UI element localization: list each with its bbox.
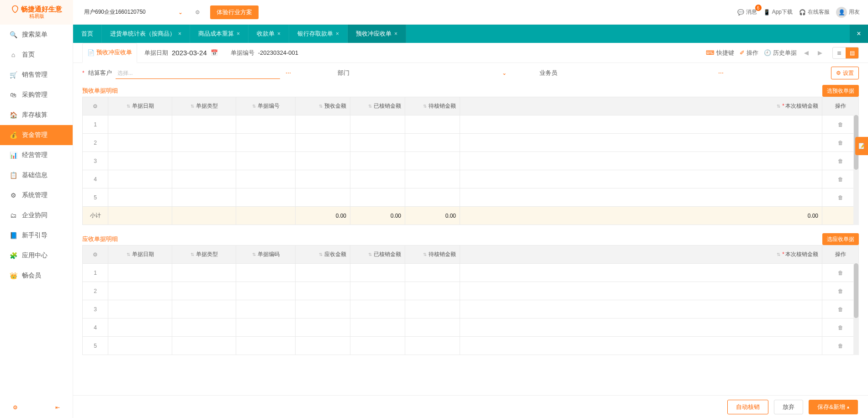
table-row[interactable]: 3🗑 [83,300,859,319]
dept-label: 部门 [338,69,349,77]
headset-icon: 🎧 [799,9,806,16]
col-writtenamt[interactable]: ⇅已核销金额 [350,97,405,115]
col-writtenamt[interactable]: ⇅已核销金额 [350,246,405,264]
sidebar-item-8[interactable]: ⚙系统管理 [0,185,73,205]
calendar-icon[interactable]: 📅 [211,49,218,56]
tab-close-icon[interactable]: × [394,31,397,37]
table-settings-icon[interactable]: ⚙ [83,97,108,115]
gear-icon: ⚙ [836,70,841,76]
message-icon: 💬 [737,9,744,16]
select-receivable-button[interactable]: 选应收单据 [822,233,859,245]
sidebar-item-1[interactable]: ⌂首页 [0,45,73,65]
table-row[interactable]: 2🗑 [83,282,859,300]
sidebar-item-3[interactable]: 🛍采购管理 [0,85,73,105]
table2-scrollbar[interactable] [853,263,859,355]
col-op: 操作 [822,246,859,264]
sidebar-item-6[interactable]: 📊经营管理 [0,145,73,165]
sidebar-item-9[interactable]: 🗂企业协同 [0,205,73,225]
sidebar-item-label: 企业协同 [22,211,48,219]
enterprise-select[interactable]: 用户690企业1660120750 ⌄ [80,6,190,19]
history-icon: 🕘 [764,49,771,56]
next-doc-arrow[interactable]: ▶ [816,49,824,56]
col-date[interactable]: ⇅单据日期 [108,97,172,115]
table-row[interactable]: 1🗑 [83,264,859,282]
col-thisamt[interactable]: ⇅*本次核销金额 [460,97,822,115]
tab-close-icon[interactable]: × [336,31,339,37]
sidebar-item-11[interactable]: 🧩应用中心 [0,246,73,266]
table1-scrollbar[interactable] [853,115,859,225]
tab-3[interactable]: 收款单× [249,25,289,43]
customer-more-icon[interactable]: ⋯ [284,70,293,76]
table-row[interactable]: 5🗑 [83,337,859,355]
operate-link[interactable]: ✐操作 [740,49,758,57]
table-settings-icon[interactable]: ⚙ [83,246,108,264]
table-row[interactable]: 1🗑 [83,115,859,134]
phone-icon: 📱 [763,9,770,16]
user-menu[interactable]: 👤 用友 [836,7,860,18]
tabs-close-all[interactable]: × [850,25,868,43]
tab-close-icon[interactable]: × [178,31,181,37]
sidebar-item-2[interactable]: 🛒销售管理 [0,65,73,85]
view-detail-icon[interactable]: ▤ [846,47,858,58]
history-link[interactable]: 🕘历史单据 [764,49,797,57]
sidebar-item-4[interactable]: 🏠库存核算 [0,105,73,125]
save-new-button[interactable]: 保存&新增▴ [809,400,858,414]
col-preamt[interactable]: ⇅预收金额 [296,97,350,115]
sidebar-item-7[interactable]: 📋基础信息 [0,165,73,185]
col-pendingamt[interactable]: ⇅待核销金额 [405,246,460,264]
online-cs-link[interactable]: 🎧 在线客服 [799,8,830,16]
right-side-tab[interactable]: 📝 [855,137,868,155]
doc-date-value[interactable]: 2023-03-24 [172,49,207,57]
tab-0[interactable]: 首页 [73,25,102,43]
col-thisamt[interactable]: ⇅*本次核销金额 [460,246,822,264]
sales-label: 业务员 [540,69,557,77]
col-code[interactable]: ⇅单据编号 [236,97,296,115]
tab-close-icon[interactable]: × [277,31,281,37]
table-row[interactable]: 4🗑 [83,170,859,188]
dept-select[interactable]: ⌄ [353,67,508,79]
col-type[interactable]: ⇅单据类型 [172,97,236,115]
select-prereceipt-button[interactable]: 选预收单据 [822,85,859,97]
table-row[interactable]: 3🗑 [83,152,859,170]
sidebar-item-label: 搜索菜单 [22,31,48,39]
logo-subtext: 精易版 [29,13,44,20]
col-date[interactable]: ⇅单据日期 [108,246,172,264]
auto-writeoff-button[interactable]: 自动核销 [727,400,768,414]
customer-label: 结算客户 [88,69,112,77]
sidebar-item-12[interactable]: 👑畅会员 [0,266,73,286]
sidebar-item-0[interactable]: 🔍搜索菜单 [0,25,73,45]
tab-1[interactable]: 进货单统计表（按商品）× [102,25,190,43]
table-row[interactable]: 2🗑 [83,134,859,152]
discard-button[interactable]: 放弃 [774,400,803,414]
customer-input[interactable] [116,67,280,79]
col-recvamt[interactable]: ⇅应收金额 [296,246,350,264]
sidebar-icon: 🛒 [9,71,17,78]
shortcut-link[interactable]: ⌨快捷键 [706,49,734,57]
tab-2[interactable]: 商品成本重算× [190,25,249,43]
col-pendingamt[interactable]: ⇅待核销金额 [405,97,460,115]
sidebar-item-10[interactable]: 📘新手引导 [0,225,73,246]
col-type[interactable]: ⇅单据类型 [172,246,236,264]
table-row[interactable]: 4🗑 [83,319,859,337]
sidebar-icon: 🧩 [9,252,17,259]
prev-doc-arrow[interactable]: ◀ [802,49,810,56]
view-list-icon[interactable]: ≣ [833,47,846,58]
col-code[interactable]: ⇅单据编码 [236,246,296,264]
experience-button[interactable]: 体验行业方案 [210,5,259,19]
tab-4[interactable]: 银行存取款单× [289,25,348,43]
sidebar-settings-icon[interactable]: ⚙ [13,404,18,411]
sidebar-collapse-icon[interactable]: ⇤ [55,404,60,411]
tab-close-icon[interactable]: × [237,31,240,37]
tab-5[interactable]: 预收冲应收单× [348,25,406,43]
gear-icon[interactable]: ⚙ [190,9,205,16]
sidebar-icon: ⚙ [9,192,17,199]
app-download-link[interactable]: 📱 App下载 [763,8,793,16]
messages-link[interactable]: 💬 消息 6 [737,8,757,16]
sales-select[interactable]: ⋯ [561,67,725,79]
sidebar-icon: 🗂 [9,212,17,219]
doc-code-label: 单据编号 [231,49,254,57]
table-row[interactable]: 5🗑 [83,188,859,207]
settings-button[interactable]: ⚙设置 [831,67,859,79]
prereceipt-table: ⚙ ⇅单据日期 ⇅单据类型 ⇅单据编号 ⇅预收金额 ⇅已核销金额 ⇅待核销金额 … [82,97,859,225]
sidebar-item-5[interactable]: 💰资金管理 [0,125,73,145]
